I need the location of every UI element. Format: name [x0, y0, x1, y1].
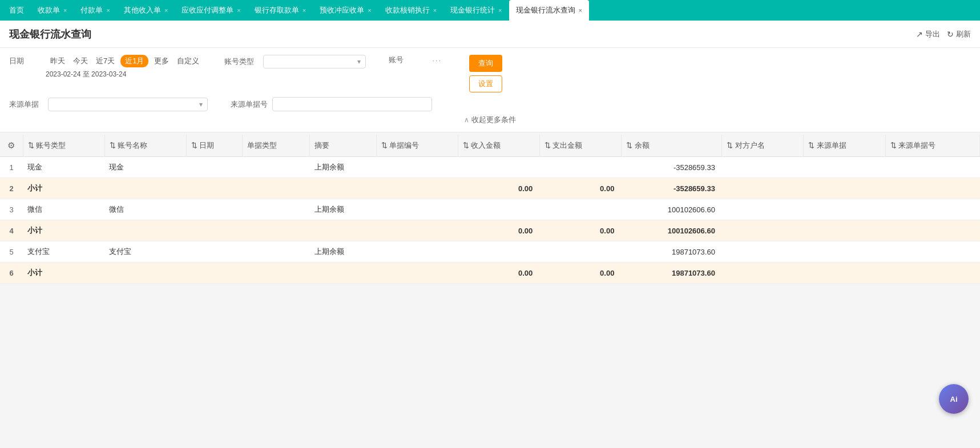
row-date: [186, 263, 243, 284]
collapse-bar[interactable]: ∧ 收起更多条件: [9, 115, 971, 125]
nav-receipt-close[interactable]: ×: [63, 0, 67, 21]
nav-adjustment-close[interactable]: ×: [237, 0, 240, 21]
row-account-type: 支付宝: [23, 241, 104, 263]
row-expense: 0.00: [539, 178, 621, 199]
row-income: [458, 199, 539, 220]
date-today[interactable]: 今天: [71, 55, 90, 67]
page-title: 现金银行流水查询: [9, 27, 91, 41]
row-source-doc-no: [885, 220, 979, 241]
settings-button[interactable]: 设置: [469, 75, 502, 92]
export-button[interactable]: ↗ 导出: [916, 29, 940, 39]
source-doc-label: 来源单据: [9, 99, 43, 110]
source-doc-no-label: 来源单据号: [231, 99, 268, 110]
row-counterpart: [722, 241, 804, 263]
row-summary: 上期余额: [310, 241, 376, 263]
row-summary: [310, 220, 376, 241]
row-source-doc-no: [885, 263, 979, 284]
row-summary: [310, 178, 376, 199]
gear-icon[interactable]: ⚙: [7, 140, 15, 150]
nav-cash-flow[interactable]: 现金银行流水查询 ×: [509, 0, 589, 21]
col-account-name[interactable]: ⇅ 账号名称: [104, 135, 186, 157]
row-expense: [539, 241, 621, 263]
nav-payment[interactable]: 付款单 ×: [74, 0, 116, 21]
nav-collection-exec-close[interactable]: ×: [433, 0, 437, 21]
nav-home[interactable]: 首页: [2, 0, 31, 21]
row-account-type: 小计: [23, 263, 104, 284]
nav-payment-close[interactable]: ×: [106, 0, 110, 21]
nav-bank-deposit[interactable]: 银行存取款单 ×: [248, 0, 313, 21]
row-balance: -3528659.33: [621, 157, 722, 178]
row-expense: 0.00: [539, 220, 621, 241]
col-expense[interactable]: ⇅ 支出金额: [539, 135, 621, 157]
source-doc-select[interactable]: ▾: [48, 98, 208, 111]
nav-other-income-close[interactable]: ×: [164, 0, 168, 21]
col-date[interactable]: ⇅ 日期: [186, 135, 243, 157]
row-no: 1: [0, 157, 23, 178]
query-button[interactable]: 查询: [469, 55, 502, 72]
account-label: 账号: [389, 55, 423, 65]
nav-cash-flow-close[interactable]: ×: [579, 0, 582, 21]
account-type-select[interactable]: ▾: [263, 55, 366, 68]
col-balance[interactable]: ⇅ 余额: [621, 135, 722, 157]
collapse-icon: ∧: [464, 116, 469, 124]
col-source-doc[interactable]: ⇅ 来源单据: [804, 135, 885, 157]
table-row: 1现金现金上期余额-3528659.33: [0, 157, 980, 178]
nav-prepay-close[interactable]: ×: [368, 0, 371, 21]
col-income[interactable]: ⇅ 收入金额: [458, 135, 539, 157]
table-row: 5支付宝支付宝上期余额19871073.60: [0, 241, 980, 263]
source-doc-arrow-icon: ▾: [199, 100, 203, 108]
col-counterpart[interactable]: ⇅ 对方户名: [722, 135, 804, 157]
col-doc-no[interactable]: ⇅ 单据编号: [376, 135, 458, 157]
date-more[interactable]: 更多: [152, 55, 171, 67]
source-doc-no-input[interactable]: [272, 97, 432, 111]
date-options: 昨天 今天 近7天 近1月 更多 自定义: [48, 55, 201, 67]
row-doc-type: [243, 157, 310, 178]
row-income: 0.00: [458, 220, 539, 241]
data-table: ⚙ ⇅ 账号类型 ⇅ 账号名称 ⇅ 日期 单据类型 摘要 ⇅ 单据编号 ⇅ 收入…: [0, 135, 980, 284]
row-source-doc: [804, 178, 885, 199]
date-1month[interactable]: 近1月: [120, 55, 148, 67]
source-doc-filter: 来源单据 ▾: [9, 98, 208, 111]
row-no: 6: [0, 263, 23, 284]
row-source-doc-no: [885, 199, 979, 220]
nav-bank-deposit-label: 银行存取款单: [255, 0, 299, 21]
date-custom[interactable]: 自定义: [175, 55, 201, 67]
account-type-label: 账号类型: [224, 56, 259, 67]
nav-other-income[interactable]: 其他收入单 ×: [117, 0, 175, 21]
date-7days[interactable]: 近7天: [94, 55, 117, 67]
export-icon: ↗: [916, 30, 923, 39]
row-doc-no: [376, 199, 458, 220]
nav-bank-deposit-close[interactable]: ×: [303, 0, 306, 21]
row-expense: 0.00: [539, 263, 621, 284]
row-no: 4: [0, 220, 23, 241]
date-filter-label: 日期: [9, 56, 43, 66]
nav-adjustment[interactable]: 应收应付调整单 ×: [175, 0, 247, 21]
row-date: [186, 178, 243, 199]
nav-receipt[interactable]: 收款单 ×: [31, 0, 74, 21]
col-settings[interactable]: ⚙: [0, 135, 23, 157]
row-summary: 上期余额: [310, 157, 376, 178]
date-yesterday[interactable]: 昨天: [48, 55, 67, 67]
nav-collection-exec-label: 收款核销执行: [385, 0, 430, 21]
row-account-name: [104, 220, 186, 241]
col-source-doc-no[interactable]: ⇅ 来源单据号: [885, 135, 979, 157]
row-source-doc-no: [885, 157, 979, 178]
refresh-label: 刷新: [956, 29, 971, 39]
row-expense: [539, 157, 621, 178]
row-counterpart: [722, 157, 804, 178]
account-dots[interactable]: ···: [428, 56, 446, 64]
row-account-type: 小计: [23, 220, 104, 241]
refresh-button[interactable]: ↻ 刷新: [947, 29, 971, 39]
nav-cash-stat[interactable]: 现金银行统计 ×: [443, 0, 509, 21]
nav-prepay[interactable]: 预收冲应收单 ×: [313, 0, 378, 21]
nav-other-income-label: 其他收入单: [124, 0, 161, 21]
row-balance: 19871073.60: [621, 263, 722, 284]
row-doc-no: [376, 263, 458, 284]
col-summary: 摘要: [310, 135, 376, 157]
row-account-type: 微信: [23, 199, 104, 220]
nav-collection-exec[interactable]: 收款核销执行 ×: [378, 0, 443, 21]
col-account-type[interactable]: ⇅ 账号类型: [23, 135, 104, 157]
table-row: 2小计0.000.00-3528659.33: [0, 178, 980, 199]
nav-cash-stat-close[interactable]: ×: [498, 0, 502, 21]
date-range-display: 2023-02-24 至 2023-03-24: [46, 70, 126, 78]
